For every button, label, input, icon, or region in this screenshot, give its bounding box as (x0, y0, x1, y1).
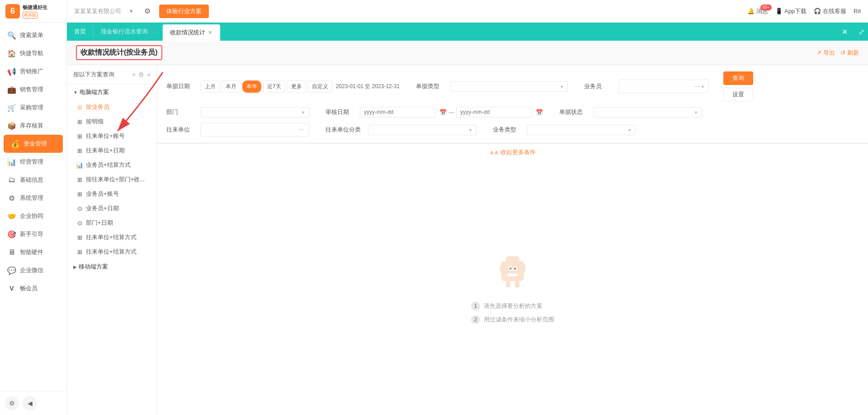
page-actions: ↗ 导出 ↺ 刷新 (816, 49, 859, 57)
grid3-icon: ⊞ (76, 147, 83, 154)
empty-step-1: 1 请先选择要分析的方案 (471, 302, 554, 311)
date-btn-custom[interactable]: 自定义 (308, 80, 332, 93)
scheme-item-unit-settlement1[interactable]: ⊞ 往来单位+结算方式 (67, 230, 157, 245)
business-type-select[interactable]: ▾ (527, 125, 636, 135)
sidebar-item-operations[interactable]: 📊 经营管理 (0, 153, 66, 171)
review-date-end[interactable] (456, 107, 532, 118)
active-scheme-icon: ⊙ (76, 104, 83, 111)
collapse-filter-button[interactable]: ∧∧ 收起更多条件 (490, 148, 536, 156)
sidebar-item-marketing[interactable]: 📢 营销推广 (0, 62, 66, 80)
date-btn-this-month[interactable]: 本月 (222, 80, 241, 93)
scheme-item-salesperson-settlement[interactable]: 📊 业务员+结算方式 (67, 158, 157, 172)
refresh-button[interactable]: ↺ 刷新 (840, 49, 859, 57)
logo-icon: 6 (5, 4, 20, 19)
collapse-icon: ∧∧ (490, 149, 499, 156)
counterpart-category-select[interactable]: ▾ (368, 125, 476, 135)
sidebar-item-finance[interactable]: 💰 资金管理 (4, 135, 63, 153)
add-scheme-button[interactable]: + (132, 71, 136, 78)
salesperson-label: 业务员 (584, 82, 611, 90)
message-icon: 🔔 (747, 8, 755, 14)
dept-label: 部门 (166, 108, 193, 116)
scheme-item-unit-dept[interactable]: ⊞ 按往来单位+部门+收... (67, 172, 157, 187)
review-date-start[interactable] (360, 107, 436, 118)
settings-gear-icon[interactable]: ⚙ (141, 5, 154, 18)
export-button[interactable]: ↗ 导出 (816, 49, 835, 57)
svg-rect-6 (507, 274, 518, 276)
filter-settings-button[interactable]: 设置 (723, 88, 753, 101)
date-btn-this-year[interactable]: 本年 (242, 80, 261, 93)
member-icon: V (7, 284, 16, 293)
svg-point-4 (509, 268, 512, 270)
calendar-icon-end[interactable]: 📅 (536, 109, 543, 116)
query-button[interactable]: 查询 (723, 71, 753, 85)
tab-collection-stats[interactable]: 收款情况统计 ✕ (163, 24, 220, 41)
salesperson-select[interactable]: ··· ▾ (618, 80, 709, 93)
scheme-item-salesperson-date[interactable]: ⊙ 业务员+日期 (67, 201, 157, 216)
scheme-item-unit-date[interactable]: ⊞ 往来单位+日期 (67, 143, 157, 158)
refresh-icon: ↺ (840, 49, 845, 56)
scheme-item-unit-settlement2[interactable]: ⊞ 往来单位+结算方式 (67, 245, 157, 259)
filter-area: 单据日期 上月 本月 本年 近7天 更多 自定义 2023-01-01 至 20… (157, 65, 868, 143)
tab-close-collection-stats[interactable]: ✕ (208, 29, 212, 36)
empty-illustration (490, 247, 535, 292)
scheme-item-by-salesperson[interactable]: ⊙ 按业务员 (67, 100, 157, 114)
sidebar-item-quick-nav[interactable]: 🏠 快捷导航 (0, 44, 66, 62)
salesperson-dots[interactable]: ··· (694, 82, 700, 90)
sidebar-item-enterprise[interactable]: 🤝 企业协同 (0, 207, 66, 225)
service-icon: 🎧 (814, 8, 821, 14)
message-button[interactable]: 🔔 消息 99+ (747, 7, 768, 15)
data-area: 1 请先选择要分析的方案 2 用过滤条件来缩小分析范围 (157, 161, 868, 415)
doc-type-select[interactable]: ▾ (450, 81, 568, 92)
dept-select[interactable]: ▾ (201, 107, 309, 118)
sidebar-settings-button[interactable]: ⚙ (5, 396, 19, 410)
scheme-item-salesperson-account[interactable]: ⊞ 业务员+账号 (67, 187, 157, 201)
date-btn-7days[interactable]: 近7天 (263, 80, 285, 93)
company-dropdown[interactable]: ▾ (127, 7, 136, 16)
home-icon: 🏠 (7, 49, 16, 58)
scheme-item-detail[interactable]: ⊞ 按明细 (67, 114, 157, 129)
doc-status-select[interactable]: ▾ (594, 107, 702, 118)
chevron-down-icon: ▼ (73, 90, 78, 95)
sidebar-collapse-button[interactable]: ◀ (23, 396, 37, 410)
sidebar-item-inventory[interactable]: 📦 库存核算 (0, 117, 66, 135)
tab-bank-flow[interactable]: 现金银行流水查询 ✕ (94, 23, 163, 41)
enterprise-icon: 🤝 (7, 212, 16, 221)
counterpart-dots[interactable]: ··· (298, 126, 304, 134)
sidebar-item-search[interactable]: 🔍 搜索菜单 (0, 26, 66, 44)
scheme-item-unit-account[interactable]: ⊞ 往来单位+账号 (67, 129, 157, 143)
online-service-button[interactable]: 🎧 在线客服 (814, 7, 846, 15)
clock-icon: ⊙ (76, 219, 83, 226)
business-type-chevron: ▾ (628, 127, 631, 132)
tab-close-bank-flow[interactable]: ✕ (151, 28, 155, 35)
tabbar-close-button[interactable]: ✕ (835, 28, 855, 36)
tree-group-pc[interactable]: ▼ 电脑端方案 (67, 85, 157, 100)
sidebar-item-member[interactable]: V 畅会员 (0, 279, 66, 297)
tab-home[interactable]: 首页 (67, 23, 94, 41)
salesperson-chevron: ▾ (702, 84, 704, 89)
doc-status-chevron: ▾ (695, 110, 697, 115)
sidebar-item-hardware[interactable]: 🖥 智能硬件 (0, 243, 66, 261)
sidebar-item-guide[interactable]: 🎯 新手引导 (0, 225, 66, 243)
sidebar-item-basic-info[interactable]: 🗂 基础信息 (0, 171, 66, 189)
counterpart-category-label: 往来单位分类 (326, 126, 361, 134)
trial-button[interactable]: 体验行业方案 (159, 5, 209, 18)
scheme-item-dept-date[interactable]: ⊙ 部门+日期 (67, 216, 157, 230)
sidebar-item-system[interactable]: ⚙ 系统管理 (0, 189, 66, 207)
user-name[interactable]: Rit (854, 8, 861, 14)
sidebar-logo: 6 畅捷通好生 标准版 (0, 0, 66, 23)
counterpart-select[interactable]: ··· (201, 123, 309, 137)
sidebar-item-purchase[interactable]: 🛒 采购管理 (0, 99, 66, 117)
calendar-icon-start[interactable]: 📅 (439, 109, 447, 116)
sidebar-item-sales[interactable]: 💼 销售管理 (0, 80, 66, 99)
date-btn-more[interactable]: 更多 (287, 80, 306, 93)
app-download-button[interactable]: 📱 App下载 (775, 7, 807, 15)
bar-chart-icon: 📊 (76, 161, 83, 169)
tree-group-mobile[interactable]: ▶ 移动端方案 (67, 259, 157, 274)
tabbar-expand-button[interactable]: ⤢ (855, 28, 868, 36)
dept-chevron: ▾ (302, 110, 304, 115)
scheme-settings-button[interactable]: ⚙ (138, 71, 144, 78)
date-btn-last-month[interactable]: 上月 (201, 80, 220, 93)
doc-type-label: 单据类型 (416, 82, 443, 90)
scheme-collapse-button[interactable]: « (147, 71, 151, 78)
sidebar-item-wechat[interactable]: 💬 企业微信 (0, 261, 66, 279)
